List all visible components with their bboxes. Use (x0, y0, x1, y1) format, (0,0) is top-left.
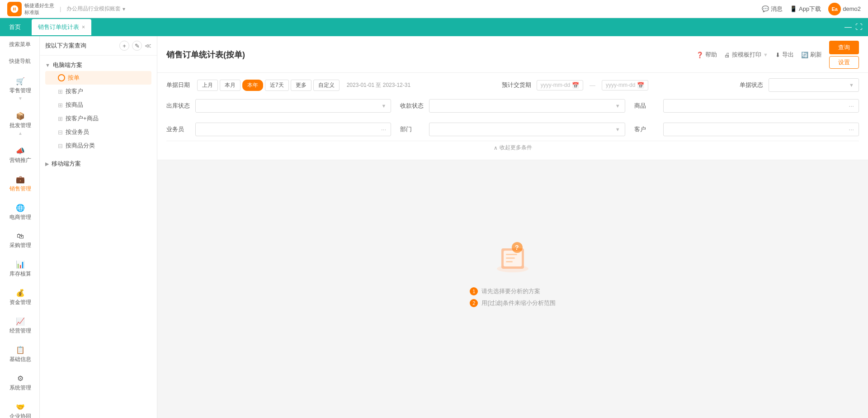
help-btn[interactable]: ❓ 帮助 (696, 51, 717, 59)
svg-text:?: ? (515, 244, 519, 251)
sidebar-item-sales[interactable]: 💼 销售管理 (0, 170, 39, 198)
empty-state: ? 1 请先选择要分析的方案 2 用[过滤]条件来缩小分析范围 (157, 160, 868, 418)
dept-select[interactable]: ▼ (429, 123, 625, 136)
salesman-dots[interactable]: ··· (381, 126, 387, 133)
sidebar-item-retail-label: 零售管理 (9, 87, 31, 95)
sidebar-item-enterprise[interactable]: 🤝 企业协同 (0, 397, 39, 418)
shipment-caret: ▼ (381, 103, 386, 109)
hint-text-1: 请先选择要分析的方案 (481, 287, 540, 295)
sidebar-item-marketing-label: 营销推广 (9, 157, 31, 164)
sidebar-item-operation-label: 经营管理 (9, 327, 31, 335)
tab-close-icon[interactable]: × (82, 24, 85, 30)
goods-input[interactable]: ··· (663, 99, 859, 113)
scheme-mobile-section: ▶ 移动端方案 (40, 154, 157, 171)
message-icon: 💬 (762, 5, 769, 12)
scheme-item-by-customer-goods[interactable]: ⊞ 按客户+商品 (45, 112, 151, 125)
scheme-item-by-order[interactable]: 按单 (45, 71, 151, 85)
message-btn[interactable]: 💬 消息 (762, 5, 783, 13)
customer-input[interactable]: ··· (663, 123, 859, 136)
sidebar-item-wholesale[interactable]: 📦 批发管理 ▲ (0, 106, 39, 141)
print-btn[interactable]: 🖨 按模板打印 ▼ (724, 51, 768, 59)
marketing-icon: 📣 (16, 147, 25, 155)
collapse-btn[interactable]: ∧ 收起更多条件 (166, 144, 859, 152)
pc-section-title: 电脑端方案 (53, 61, 82, 69)
scheme-mobile-header[interactable]: ▶ 移动端方案 (45, 158, 151, 170)
export-btn[interactable]: ⬇ 导出 (775, 51, 794, 59)
salesman-input[interactable]: ··· (195, 123, 391, 136)
enterprise-icon: 🤝 (16, 403, 25, 411)
scheme-pc-section: ▼ 电脑端方案 按单 ⊞ 按客户 ⊞ 按商品 ⊞ 按客户+商品 (40, 56, 157, 154)
sidebar-item-purchase[interactable]: 🛍 采购管理 (0, 227, 39, 255)
maximize-btn[interactable]: ⛶ (855, 23, 863, 31)
tabbar-actions: — ⛶ (844, 23, 868, 31)
sidebar-item-ecommerce[interactable]: 🌐 电商管理 (0, 198, 39, 227)
sidebar-item-finance[interactable]: 💰 资金管理 (0, 283, 39, 312)
tab-home[interactable]: 首页 (0, 18, 30, 36)
refresh-btn[interactable]: 🔄 刷新 (801, 51, 822, 59)
scheme-by-order-label: 按单 (68, 74, 80, 82)
sidebar-item-system[interactable]: ⚙ 系统管理 (0, 369, 39, 397)
export-icon: ⬇ (775, 52, 780, 58)
date-range-text: 2023-01-01 至 2023-12-31 (347, 81, 410, 89)
hint-num-1: 1 (470, 287, 478, 295)
dropdown-icon[interactable]: ▾ (123, 6, 125, 12)
svg-rect-7 (506, 261, 513, 262)
sidebar-search-menu[interactable]: 搜索菜单 (0, 36, 39, 53)
more-btn[interactable]: 更多 (291, 80, 311, 91)
inventory-icon: 📊 (16, 260, 25, 269)
shipment-select[interactable]: ▼ (195, 99, 391, 113)
expected-date-start[interactable]: yyyy-mm-dd 📅 (537, 80, 583, 90)
sidebar-item-retail[interactable]: 🛒 零售管理 ▼ (0, 71, 39, 106)
payment-select[interactable]: ▼ (429, 99, 625, 113)
scheme-collapse-btn[interactable]: ≪ (145, 42, 151, 49)
sidebar-item-system-label: 系统管理 (9, 384, 31, 392)
filter-dept: 部门 ▼ (400, 120, 625, 139)
expected-date-end[interactable]: yyyy-mm-dd 📅 (602, 80, 648, 90)
dept-caret: ▼ (615, 127, 620, 132)
scheme-pc-header[interactable]: ▼ 电脑端方案 (45, 59, 151, 71)
sidebar-quick-nav[interactable]: 快捷导航 (0, 53, 39, 70)
goods-dots[interactable]: ··· (849, 102, 854, 109)
tab-active[interactable]: 销售订单统计表 × (32, 19, 91, 35)
scheme-item-by-salesman[interactable]: ⊟ 按业务员 (45, 125, 151, 139)
scheme-customer-goods-icon: ⊞ (58, 115, 63, 122)
empty-hints: 1 请先选择要分析的方案 2 用[过滤]条件来缩小分析范围 (470, 287, 555, 307)
scheme-item-by-goods[interactable]: ⊞ 按商品 (45, 98, 151, 112)
collapse-row[interactable]: ∧ 收起更多条件 (166, 141, 859, 154)
setting-button[interactable]: 设置 (829, 56, 859, 69)
scheme-item-by-customer[interactable]: ⊞ 按客户 (45, 85, 151, 98)
scheme-by-goods-label: 按商品 (66, 101, 83, 109)
app-title-area[interactable]: 办公用品行业模拟账套 ▾ (66, 5, 125, 13)
topbar: 畅捷通好生意 标准版 | 办公用品行业模拟账套 ▾ 💬 消息 📱 App下载 E… (0, 0, 868, 18)
sidebar-item-marketing[interactable]: 📣 营销推广 (0, 141, 39, 170)
scheme-add-btn[interactable]: + (119, 41, 129, 51)
scheme-by-salesman-label: 按业务员 (66, 128, 89, 136)
customer-dots[interactable]: ··· (849, 126, 854, 133)
scheme-goods-icon: ⊞ (58, 102, 63, 109)
last7-btn[interactable]: 近7天 (265, 80, 289, 91)
retail-icon: 🛒 (16, 77, 25, 86)
scheme-item-by-goods-cat[interactable]: ⊟ 按商品分类 (45, 139, 151, 152)
scheme-edit-btn[interactable]: ✎ (132, 41, 142, 51)
status-select[interactable]: ▼ (769, 78, 859, 92)
app-download-btn[interactable]: 📱 App下载 (790, 5, 821, 13)
cal-end-icon: 📅 (637, 82, 644, 89)
sidebar-item-purchase-label: 采购管理 (9, 242, 31, 249)
finance-icon: 💰 (16, 289, 25, 297)
sidebar-item-inventory[interactable]: 📊 库存核算 (0, 255, 39, 283)
this-month-btn[interactable]: 本月 (220, 80, 241, 91)
page-header: 销售订单统计表(按单) ❓ 帮助 🖨 按模板打印 ▼ ⬇ (157, 36, 868, 73)
minimize-btn[interactable]: — (844, 23, 852, 31)
scheme-by-goods-cat-label: 按商品分类 (66, 142, 95, 150)
logo-icon (7, 2, 22, 16)
this-year-btn[interactable]: 本年 (242, 80, 263, 91)
operation-icon: 📈 (16, 317, 25, 326)
custom-btn[interactable]: 自定义 (313, 80, 340, 91)
user-area[interactable]: Ea demo2 (828, 3, 861, 15)
query-button[interactable]: 查询 (829, 41, 859, 54)
last-month-btn[interactable]: 上月 (197, 80, 218, 91)
sidebar-item-operation[interactable]: 📈 经营管理 (0, 312, 39, 340)
scheme-header: 按以下方案查询 + ✎ ≪ (40, 36, 157, 56)
sidebar-item-basic[interactable]: 📋 基础信息 (0, 340, 39, 369)
status-label: 单据状态 (740, 81, 763, 89)
